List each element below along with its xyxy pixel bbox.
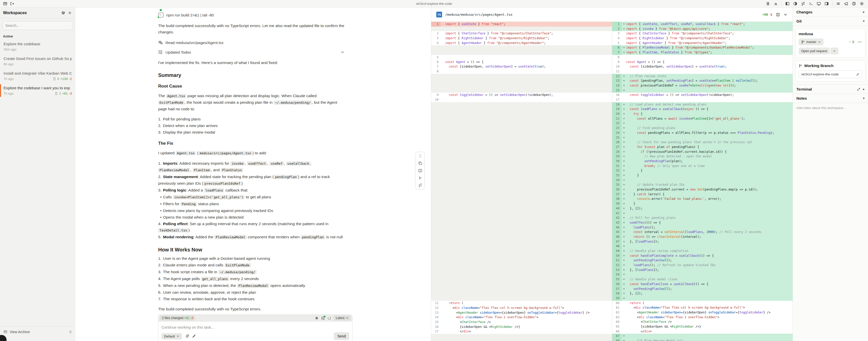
tool-call-label: Updated Todos xyxy=(165,50,191,54)
display-icon[interactable] xyxy=(817,2,821,6)
add-workspace-icon[interactable] xyxy=(68,11,72,15)
tool-call-row[interactable]: Read medusa/src/pages/Agent.tsx xyxy=(158,40,344,45)
line-number: 53 xyxy=(612,268,622,273)
drag-handle-icon[interactable] xyxy=(418,154,422,158)
asterisk-icon[interactable] xyxy=(315,316,319,320)
workspace-item[interactable]: Install and integrate Vibe Kanban Web C7… xyxy=(0,68,75,83)
line-number: 5 xyxy=(612,41,622,45)
section-notes[interactable]: Notes▾ xyxy=(793,94,868,103)
diff-line: 54+ xyxy=(612,272,793,277)
theme-toggle-icon[interactable] xyxy=(793,2,797,6)
line-number: 28 xyxy=(612,150,622,154)
todos-status-icon[interactable] xyxy=(321,316,325,320)
search-input[interactable] xyxy=(3,21,72,30)
section-changes[interactable]: Changes▸ xyxy=(793,8,868,17)
panel-left-icon[interactable] xyxy=(785,2,789,6)
line-number: 32 xyxy=(612,168,622,173)
inline-code: pendingPlan xyxy=(274,175,298,179)
numbered-list: 4.Polling effect: Set up a polling inter… xyxy=(158,221,344,240)
archive-box-icon[interactable] xyxy=(3,2,7,6)
tool-call-row[interactable]: >_npm run build 2>&1 | tail -80 xyxy=(158,13,344,18)
columns-icon[interactable] xyxy=(418,168,422,173)
annotate-icon[interactable] xyxy=(192,334,196,338)
view-archive-button[interactable]: View Archive 0 xyxy=(0,326,75,337)
line-number: 23 xyxy=(612,126,622,130)
split-view-icon[interactable] xyxy=(776,13,780,17)
diff-line: 68+ {/* Plan Review Modal */} xyxy=(612,338,793,341)
line-number: 7 xyxy=(431,64,441,69)
play-icon[interactable] xyxy=(418,176,422,180)
list-item: 4.The Agent page polls get_all_plans eve… xyxy=(158,276,344,282)
workspace-item-title: Install and integrate Vibe Kanban Web C xyxy=(4,71,72,75)
diff-spacer xyxy=(431,102,612,301)
line-number: 12 xyxy=(612,74,622,79)
workspace-item[interactable]: Explore the codebase I want you to exp7h… xyxy=(0,83,75,98)
pause-icon[interactable] xyxy=(766,2,770,6)
list-item: •Calls invoke<PlanItem[]>('get_all_plans… xyxy=(158,194,344,200)
collapse-diff-icon[interactable] xyxy=(783,13,787,17)
section-git[interactable]: Git▾ xyxy=(793,17,868,26)
diff-new-column[interactable]: 1+import { useState, useEffect, useRef, … xyxy=(612,22,793,341)
megaphone-icon[interactable] xyxy=(844,2,848,6)
floating-toolbar xyxy=(415,152,425,189)
line-number: 65 xyxy=(612,324,622,329)
terminal-icon[interactable] xyxy=(809,2,813,6)
pull-request-options-button[interactable] xyxy=(830,48,838,54)
tool-call-row[interactable]: Updated Todos xyxy=(158,50,344,54)
todos-icon xyxy=(158,50,163,54)
working-branch-input[interactable]: vk/3ccf-explore-the-code xyxy=(799,70,862,78)
line-number: 30 xyxy=(612,159,622,164)
diff-old-column[interactable]: 1-import { useState } from "react";2impo… xyxy=(431,22,612,341)
workspace-item-stats: 4+134-2 xyxy=(53,77,72,81)
diff-line: 1-import { useState } from "react"; xyxy=(431,22,612,27)
line-number: 4 xyxy=(612,36,622,41)
message-input[interactable] xyxy=(158,321,352,331)
line-number: 57 xyxy=(612,287,622,291)
inline-code: ExitPlanMode xyxy=(224,263,251,268)
git-compare-icon[interactable] xyxy=(418,183,422,187)
files-changed-chip[interactable]: 2 files changed +61 -3 xyxy=(160,315,195,320)
line-number: 39 xyxy=(612,202,622,206)
workspace-item-title: Explore the codebase xyxy=(4,42,72,46)
send-button[interactable]: Send xyxy=(334,332,349,340)
repo-card: medusa master ↑ 1 ⋯ Open pull request xyxy=(795,28,865,58)
branch-dropdown[interactable]: master xyxy=(799,38,824,45)
workspace-item-stats: 2+61-3 xyxy=(55,92,72,95)
expand-terminal-icon[interactable] xyxy=(857,88,860,91)
help-icon[interactable] xyxy=(852,2,856,6)
collapse-up-icon[interactable] xyxy=(774,2,778,6)
edit-branch-icon[interactable] xyxy=(856,72,860,76)
diff-file-path: /medusa/medusa/src/pages/Agent.tsx xyxy=(445,13,513,17)
diff-line: 42+ // Poll for pending plans xyxy=(612,216,793,220)
latest-dropdown[interactable]: Latest xyxy=(334,315,351,320)
panel-right-icon[interactable] xyxy=(825,2,829,6)
section-terminal[interactable]: Terminal ▸ xyxy=(793,85,868,94)
notes-placeholder[interactable]: Add notes about this workspace... xyxy=(793,103,868,113)
copy-icon[interactable] xyxy=(418,161,422,165)
settings-icon[interactable] xyxy=(860,2,864,6)
repo-menu-button[interactable]: ⋯ xyxy=(858,39,862,44)
file-icon xyxy=(55,92,58,95)
diff-spacer xyxy=(431,74,612,93)
open-pull-request-button[interactable]: Open pull request xyxy=(799,48,830,54)
diff-line: 4import { RightSidebar } from "@/compone… xyxy=(612,36,793,41)
inline-code: ExitPlanMode xyxy=(158,100,184,105)
attach-file-icon[interactable] xyxy=(185,334,189,338)
menu-icon[interactable] xyxy=(836,2,840,6)
sign-out-icon[interactable] xyxy=(10,2,14,6)
diff-line: 15 <ChatInterface /> xyxy=(431,320,612,324)
chevron-down-icon[interactable] xyxy=(341,50,344,54)
diff-line: 12 <div className="flex flex-col h-scree… xyxy=(431,306,612,310)
line-number: 15 xyxy=(612,88,622,93)
workspace-item[interactable]: Explore the codebase35m ago xyxy=(0,39,75,54)
inline-code: useRef xyxy=(270,161,284,166)
added-count: +61 xyxy=(184,316,190,320)
line-number: 29 xyxy=(612,154,622,159)
list-item: 5.Modal rendering: Added the PlanReviewM… xyxy=(158,234,344,240)
layers-icon[interactable] xyxy=(61,11,65,15)
model-dropdown[interactable]: Default xyxy=(161,333,182,339)
git-compare-icon[interactable] xyxy=(801,2,805,6)
typescript-file-icon: TS xyxy=(436,12,442,18)
workspace-item[interactable]: Create Good First Issues on Github So p6… xyxy=(0,54,75,68)
diff-line: 8 xyxy=(431,69,612,74)
